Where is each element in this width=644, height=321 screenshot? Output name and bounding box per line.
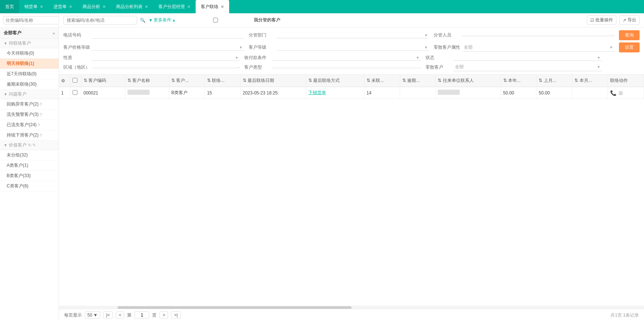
sort-icon-5: ⇅ [243,78,246,83]
value-group-refresh-icon[interactable]: ↻ [28,143,31,148]
contact-method-link[interactable]: 下销货单 [308,90,326,95]
customer-table: ⚙ ⇅ 客户编码 ⇅ 客户名称 [59,75,644,99]
sidebar-item-repurchase-abnormal[interactable]: 回购异常客户(2) ? [0,99,59,110]
nav-purchase-order[interactable]: 进货单 ✕ [48,0,77,13]
th-overdue[interactable]: ⇅ 逾期... [400,75,435,87]
th-customer-name[interactable]: ⇅ 客户名称 [125,75,169,87]
filter-nature: 性质 ▼ [63,55,240,61]
sidebar-item-churn-warning[interactable]: 流失预警客户(3) ? [0,110,59,120]
sidebar-all-customers[interactable]: 全部客户 « [0,28,59,39]
nav-sales-order[interactable]: 销货单 ✕ [19,0,48,13]
company-contact-blurred [438,90,460,95]
sidebar-problem-group-title[interactable]: ▼ 问题客户 [0,90,59,99]
my-customer-checkbox-area[interactable]: 我分管的客户 [179,17,280,23]
batch-op-button[interactable]: ☑ 批量操作 [587,15,616,25]
th-last-month[interactable]: ⇅ 上月... [536,75,572,87]
main-search-input[interactable] [63,16,137,25]
filter-price-level-select[interactable]: ▼ [92,45,244,51]
filter-nature-select[interactable]: ▼ [91,55,240,61]
settings-icon[interactable]: ⚙ [61,78,65,83]
th-this-month[interactable]: ⇅ 本月... [572,75,608,87]
sidebar-item-a-class[interactable]: A类客户(1) [0,160,59,171]
chevron-down-icon-4: ▼ [609,45,613,49]
td-last-contact-method: 下销货单 [306,87,364,99]
sidebar-item-declining[interactable]: 持续下滑客户(2) ? [0,130,59,141]
sidebar-search-input[interactable] [3,16,59,24]
sidebar-item-tomorrow-pending[interactable]: 明天待联络(1) [0,59,59,69]
sidebar-item-today-pending[interactable]: 今天待联络(0) [0,48,59,59]
filter-price-level-label: 客户价格等级 [63,44,90,51]
th-last-contact-date[interactable]: ⇅ 最后联络日期 [240,75,306,87]
th-settings[interactable]: ⚙ [59,75,70,87]
th-customer-type[interactable]: ⇅ 客户... [169,75,205,87]
filter-row-3: 性质 ▼ 收付款条件 ▼ 状态 [63,55,640,61]
per-page-select[interactable]: 50 ▼ [85,311,100,319]
close-sales-order-icon[interactable]: ✕ [40,4,43,9]
reset-button[interactable]: 设置 [619,42,640,52]
filter-department-select[interactable]: ▼ [277,32,430,38]
nav-customer-segmentation[interactable]: 客户分层经营 ✕ [153,0,196,13]
close-customer-contact-icon[interactable]: ✕ [221,4,224,9]
first-page-btn[interactable]: |< [103,311,113,319]
action-grid-icon[interactable]: ⊞ [619,90,623,96]
filter-manager-select[interactable] [462,34,610,36]
action-icons: 📞 ⊞ [610,90,641,96]
close-purchase-order-icon[interactable]: ✕ [69,4,72,9]
nav-customer-contact[interactable]: 客户联络 ✕ [196,0,229,13]
th-customer-code[interactable]: ⇅ 客户编码 [81,75,125,87]
triangle-icon-3: ▼ [4,143,7,147]
select-all-checkbox[interactable] [73,78,77,83]
close-product-analysis-icon[interactable]: ✕ [102,4,106,9]
filter-retail-attr-select[interactable]: 全部 ▼ [462,44,615,52]
nav-product-analysis[interactable]: 商品分析 ✕ [77,0,111,13]
th-this-year[interactable]: ⇅ 本年... [501,75,536,87]
filter-customer-type-select[interactable] [272,66,421,68]
sidebar-item-b-class[interactable]: B类客户(33) [0,171,59,181]
filter-region-ellipsis[interactable]: ··· [236,64,240,70]
page-number-input[interactable] [134,311,149,319]
filter-status-select[interactable]: ▼ [454,55,602,61]
th-company-contact[interactable]: ⇅ 往来单位联系人 [435,75,501,87]
chevron-down-icon-7: ▼ [597,56,601,60]
nav-product-analysis-list[interactable]: 商品分析列表 ✕ [111,0,153,13]
sidebar-item-c-class[interactable]: C类客户(6) [0,181,59,191]
sidebar: 🔍 全部客户 « ▼ 待联络客户 今天待联络(0) 明天待联络(1) 近7天待联… [0,13,59,321]
close-customer-segmentation-icon[interactable]: ✕ [187,4,190,9]
filter-payment-terms-label: 收付款条件 [244,55,270,61]
sidebar-item-ungrouped[interactable]: 未分组(32) [0,150,59,160]
query-button[interactable]: 查询 [619,30,640,40]
sidebar-item-overdue-pending[interactable]: 逾期未联络(30) [0,79,59,90]
table-row: 1 000021 B类客户 15 2023-05-23 18:25: 下销货单 [59,87,644,99]
filter-payment-terms-select[interactable]: ▼ [272,55,421,61]
value-group-edit-icon[interactable]: ✎ [32,143,36,148]
collapse-icon: « [53,31,55,35]
sidebar-item-churned[interactable]: 已流失客户(24) ? [0,120,59,130]
th-not-contacted[interactable]: ⇅ 未联... [364,75,400,87]
more-filter-btn[interactable]: ▼ 更多条件 ▲ [148,17,176,23]
next-page-btn[interactable]: > [160,311,168,319]
filter-retail-select[interactable]: 全部 ▼ [454,63,602,71]
filter-customer-level-select[interactable]: ▼ [277,45,430,51]
horizontal-scrollbar[interactable] [59,306,644,309]
export-button[interactable]: ↗ 导出 [619,15,640,25]
my-customer-checkbox[interactable] [179,18,252,23]
th-last-contact-method[interactable]: ⇅ 最后联络方式 [306,75,364,87]
th-action: 联络动作 [608,75,644,87]
content-area: 🔍 ▼ 更多条件 ▲ 我分管的客户 ☑ 批量操作 ↗ 导出 [59,13,644,321]
row-checkbox[interactable] [73,90,77,95]
filter-phone-input[interactable] [91,32,244,39]
nav-home[interactable]: 首页 [0,0,19,13]
sidebar-item-7days-pending[interactable]: 近7天待联络(0) [0,69,59,79]
chevron-down-icon-2: ▼ [239,45,243,49]
action-phone-icon[interactable]: 📞 [610,90,616,96]
sidebar-pending-group-title[interactable]: ▼ 待联络客户 [0,39,59,48]
sidebar-value-group-title[interactable]: ▼ 价值客户 ↻ ✎ [0,141,59,150]
filter-manager-ellipsis[interactable]: ··· [610,32,615,38]
close-product-analysis-list-icon[interactable]: ✕ [145,4,148,9]
th-contact[interactable]: ⇅ 联络... [204,75,240,87]
main-search-icon[interactable]: 🔍 [140,18,146,23]
filter-region-select[interactable] [92,66,236,68]
prev-page-btn[interactable]: < [116,311,124,319]
sort-icon-11: ⇅ [539,78,542,83]
last-page-btn[interactable]: >| [171,311,181,319]
